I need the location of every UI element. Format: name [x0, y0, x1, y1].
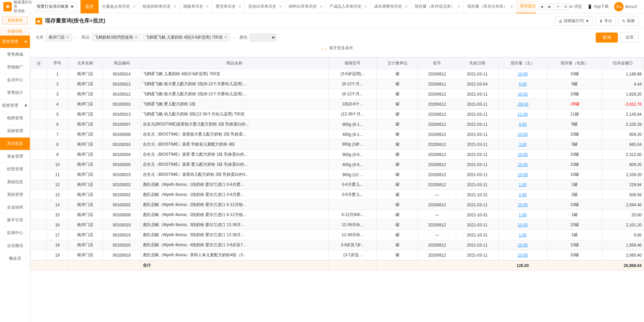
row-qty-main[interactable]: 10.00 [498, 129, 547, 140]
close-icon[interactable]: ✕ [510, 5, 513, 8]
tab-xianzaiA[interactable]: 现存量（库存状况表） ✕ [411, 0, 464, 13]
sidebar-item-retail-mgmt[interactable]: 零售管理 ▼ [0, 36, 30, 48]
sidebar-item-retail-shop[interactable]: 零售商城 [0, 48, 30, 61]
search-menu-btn[interactable]: 搜索菜单 [2, 16, 28, 24]
settings-button[interactable]: 设置 [621, 32, 639, 43]
close-icon[interactable]: ✕ [364, 5, 367, 8]
workspace-selector[interactable]: 母婴行业演示账套 ▼ [34, 2, 77, 11]
tab-nav-menu[interactable]: ☰ [562, 3, 569, 10]
close-icon[interactable]: ✕ [458, 5, 460, 8]
tab-yaohuo[interactable]: 要货单历史 ✕ [212, 0, 245, 13]
row-qty-main[interactable]: 10.00 [498, 89, 547, 99]
row-unit: 罐 [377, 109, 418, 119]
sidebar-item-retail-stats[interactable]: 零售统计 [0, 87, 30, 99]
tab-chengben[interactable]: 成本调整单历史 ✕ [371, 0, 411, 13]
close-icon[interactable]: ✕ [320, 5, 322, 8]
remove-product-tag-0[interactable]: ✕ [135, 35, 138, 40]
column-settings-icon[interactable]: ⚙ [36, 61, 41, 66]
refresh-btn[interactable]: ↻ 刷新 [619, 16, 639, 26]
sidebar-nav-label[interactable]: 快捷导航 [0, 28, 30, 36]
tab-xianzaiB[interactable]: 现存量（库存分布表） ✕ [464, 0, 517, 13]
tab-diaobao[interactable]: 调拨单历史 ✕ [180, 0, 212, 13]
user-avatar[interactable]: Ea demo2 [614, 2, 637, 11]
row-expire: 2021-03-11 [456, 150, 498, 160]
row-qty-main[interactable]: 10.00 [498, 160, 547, 170]
close-icon[interactable]: ✕ [279, 5, 282, 8]
sidebar-item-basics[interactable]: 基础信息 [0, 176, 30, 189]
row-qty-main[interactable]: 10.00 [498, 69, 547, 79]
product-tag-1[interactable]: 飞鹤星飞帆 儿童奶粉 4段(3-6岁适用) 700克 ✕ [143, 34, 230, 41]
row-code: 00100007 [103, 119, 141, 129]
remove-warehouse-tag[interactable]: ✕ [66, 35, 69, 40]
app-download-btn[interactable]: 📱 App下载 [587, 4, 609, 9]
row-qty-main[interactable]: 11.00 [498, 109, 547, 119]
row-balance: 509.56 [602, 190, 644, 200]
tab-nav-close[interactable]: ✕ [554, 3, 561, 10]
sidebar-item-inventory[interactable]: 库存核算 [0, 138, 30, 150]
sidebar-item-corp[interactable]: 企业协同 [0, 201, 30, 214]
sidebar-item-system[interactable]: 系统管理 [0, 189, 30, 201]
print-btn[interactable]: 🖨 按模板打印 ▼ [555, 16, 593, 26]
row-qty-main[interactable]: 1.00 [498, 230, 547, 240]
tab-fenpan[interactable]: 分量盘点单历史 ✕ [99, 0, 139, 13]
close-icon[interactable]: ✕ [173, 5, 176, 8]
row-qty-main[interactable]: 10.00 [498, 250, 547, 261]
row-code: 00100012 [103, 89, 141, 99]
row-qty-main[interactable]: 2.00 [498, 190, 547, 200]
collapse-sidebar-btn[interactable]: ▶ [36, 18, 42, 24]
close-icon[interactable]: ✕ [238, 5, 241, 8]
message-btn[interactable]: ✉ 消息 [569, 4, 582, 9]
footer-empty [418, 260, 456, 271]
row-unit: 罐 [377, 119, 418, 129]
sidebar-item-purchase[interactable]: 采购管理 [0, 125, 30, 138]
row-qty-main[interactable]: 10.00 [498, 150, 547, 160]
row-qty-main[interactable]: 0.00 [498, 79, 547, 89]
row-no: 13 [47, 190, 68, 200]
expand-filters-btn[interactable]: ⌄⌄ 展开更多条件 [318, 44, 356, 52]
tab-home[interactable]: 首页 [80, 0, 99, 13]
sidebar-item-guide[interactable]: 新手引导 [0, 214, 30, 227]
row-qty-pkg: 1罐 [547, 210, 602, 220]
tab-kucun[interactable]: 库存批次账 ✕ [517, 0, 536, 13]
warehouse-tag[interactable]: 南岸门店 ✕ [46, 34, 72, 41]
row-qty-main[interactable]: -39.00 [498, 99, 547, 109]
row-checkbox-cell [31, 160, 47, 170]
remove-product-tag-1[interactable]: ✕ [224, 35, 227, 40]
sidebar-item-ops[interactable]: 经营管理 [0, 163, 30, 176]
sidebar-item-ecommerce[interactable]: 电商管理 [0, 112, 30, 125]
tab-zuchai[interactable]: 组装拆卸单历史 ✕ [139, 0, 180, 13]
sidebar-item-wechat[interactable]: 企业微信 [0, 239, 30, 252]
sidebar-item-finance[interactable]: 资金管理 [0, 150, 30, 163]
close-icon[interactable]: ✕ [405, 5, 408, 8]
product-filter: 商品 飞鹤奶粉3段丙型提装 ✕ 飞鹤星飞帆 儿童奶粉 4段(3-6岁适用) 70… [82, 34, 235, 41]
close-icon[interactable]: ✕ [206, 5, 209, 8]
sidebar-item-marketing[interactable]: 营销推广 [0, 61, 30, 74]
export-btn[interactable]: ⬇ 导出 [596, 16, 616, 26]
tab-chanpin[interactable]: 产成品入库单历史 ✕ [326, 0, 371, 13]
row-qty-main[interactable]: 10.00 [498, 220, 547, 230]
more-warehouses-btn[interactable]: ··· [74, 35, 77, 40]
tab-cailiao[interactable]: 材料出库单历史 ✕ [285, 0, 326, 13]
col-settings[interactable]: ⚙ [31, 58, 47, 69]
close-icon[interactable]: ✕ [133, 5, 136, 8]
row-qty-main[interactable]: 10.00 [498, 240, 547, 250]
more-products-btn[interactable]: ··· [232, 35, 235, 40]
row-qty-main[interactable]: 10.00 [498, 170, 547, 180]
row-qty-main[interactable]: 3.00 [498, 140, 547, 150]
product-tag-0[interactable]: 飞鹤奶粉3段丙型提装 ✕ [92, 34, 141, 41]
tab-qita[interactable]: 其他出库单历史 ✕ [245, 0, 285, 13]
row-batch: 20200612 [418, 240, 456, 250]
row-qty-main[interactable]: 9.00 [498, 119, 547, 129]
print-icon: 🖨 [558, 19, 562, 23]
row-qty-main[interactable]: 1.00 [498, 180, 547, 190]
search-button[interactable]: 查询 [596, 33, 618, 43]
row-qty-main[interactable]: 1.00 [498, 210, 547, 220]
sidebar-item-appstore[interactable]: 应用中心 [0, 227, 30, 239]
row-qty-main[interactable]: 10.00 [498, 200, 547, 210]
tab-nav-prev[interactable]: ◀ [538, 3, 545, 10]
row-warehouse: 南岸门店 [68, 160, 103, 170]
sidebar-item-member[interactable]: 会员中心 [0, 74, 30, 87]
tab-nav-next[interactable]: ▶ [546, 3, 553, 10]
sidebar-item-wholesale[interactable]: 批发管理 ▼ [0, 99, 30, 112]
sidebar-item-vip[interactable]: 畅会员 [0, 252, 30, 265]
